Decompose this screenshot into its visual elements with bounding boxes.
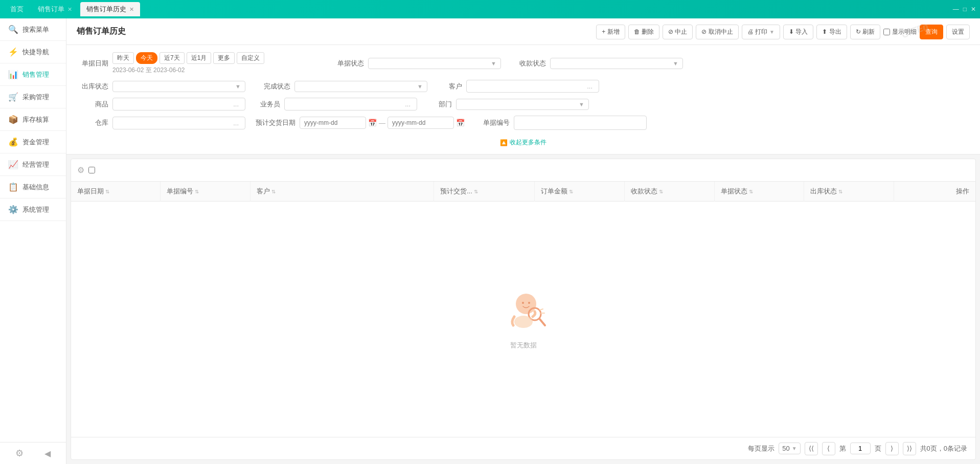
refresh-btn-label: ↻ 刷新 bbox=[856, 28, 875, 36]
order-number-value[interactable] bbox=[518, 118, 642, 127]
sidebar-item-capital-mgmt[interactable]: 💰 资金管理 bbox=[0, 131, 66, 153]
tab-sales-order-history[interactable]: 销售订单历史 ✕ bbox=[80, 2, 140, 16]
collapse-row[interactable]: 🔼 收起更多条件 bbox=[77, 135, 970, 147]
th-outbound-status[interactable]: 出库状态 ⇅ bbox=[804, 182, 894, 202]
customer-label: 客户 bbox=[436, 82, 466, 91]
calendar-to-icon[interactable]: 📅 bbox=[456, 119, 465, 127]
outbound-status-chevron: ▼ bbox=[235, 83, 241, 90]
sidebar-system-mgmt-label: 系统管理 bbox=[22, 205, 49, 214]
tab-sales-order[interactable]: 销售订单 ✕ bbox=[32, 2, 78, 16]
new-btn[interactable]: + 新增 bbox=[596, 25, 625, 39]
th-receipt-status[interactable]: 收款状态 ⇅ bbox=[624, 182, 714, 202]
outbound-status-label: 出库状态 bbox=[77, 82, 112, 91]
tab-sales-order-close[interactable]: ✕ bbox=[67, 6, 72, 13]
th-number[interactable]: 单据编号 ⇅ bbox=[161, 182, 250, 202]
select-all-checkbox[interactable] bbox=[88, 167, 95, 173]
sidebar-item-purchase-mgmt[interactable]: 🛒 采购管理 bbox=[0, 86, 66, 108]
delivery-date-from[interactable] bbox=[300, 117, 366, 129]
print-btn-label: 🖨 打印 bbox=[747, 28, 767, 36]
date-btn-today[interactable]: 今天 bbox=[136, 52, 157, 64]
order-status-select[interactable]: ▼ bbox=[368, 58, 501, 69]
stop-btn-label: ⊘ 中止 bbox=[668, 28, 687, 36]
sidebar-item-basic-info[interactable]: 📋 基础信息 bbox=[0, 176, 66, 198]
maximize-btn[interactable]: □ bbox=[963, 6, 967, 13]
th-amount[interactable]: 订单金额 ⇅ bbox=[535, 182, 625, 202]
table-area: ⚙ 单据日期 ⇅ 单据编号 bbox=[71, 159, 976, 460]
page-prev-btn[interactable]: ⟨ bbox=[822, 442, 835, 455]
th-delivery[interactable]: 预计交货... ⇅ bbox=[434, 182, 535, 202]
sidebar-item-sales-mgmt[interactable]: 📊 销售管理 bbox=[0, 63, 66, 86]
order-number-label: 单据编号 bbox=[473, 118, 514, 127]
completion-status-select[interactable]: ▼ bbox=[294, 81, 427, 92]
import-btn[interactable]: ⬇ 导入 bbox=[783, 25, 813, 39]
minimize-btn[interactable]: — bbox=[953, 6, 959, 13]
delivery-date-label: 预计交货日期 bbox=[254, 118, 300, 127]
delete-btn[interactable]: 🗑 删除 bbox=[628, 25, 659, 39]
empty-state: 暂无数据 bbox=[71, 202, 975, 437]
print-btn[interactable]: 🖨 打印 ▼ bbox=[742, 25, 780, 39]
svg-line-6 bbox=[540, 309, 543, 310]
th-amount-sort: ⇅ bbox=[569, 189, 573, 194]
cancel-stop-btn-label: ⊘ 取消中止 bbox=[701, 28, 733, 36]
department-chevron: ▼ bbox=[579, 101, 584, 107]
department-label: 部门 bbox=[425, 100, 456, 109]
th-receipt-status-sort: ⇅ bbox=[659, 189, 663, 194]
th-date[interactable]: 单据日期 ⇅ bbox=[71, 182, 161, 202]
settings-btn[interactable]: 设置 bbox=[946, 25, 970, 39]
product-ellipsis[interactable]: ... bbox=[231, 100, 241, 108]
outbound-status-select[interactable]: ▼ bbox=[112, 81, 245, 92]
sidebar-collapse-icon[interactable]: ◀ bbox=[44, 449, 51, 458]
warehouse-ellipsis[interactable]: ... bbox=[231, 119, 241, 127]
per-page-value: 50 bbox=[782, 445, 789, 452]
calendar-from-icon[interactable]: 📅 bbox=[368, 119, 377, 127]
page-unit: 页 bbox=[875, 444, 881, 453]
receipt-status-select[interactable]: ▼ bbox=[550, 58, 683, 69]
tab-sales-order-label: 销售订单 bbox=[38, 5, 64, 14]
display-cols-input[interactable] bbox=[883, 29, 890, 35]
salesperson-ellipsis[interactable]: ... bbox=[403, 100, 413, 108]
cancel-stop-btn[interactable]: ⊘ 取消中止 bbox=[696, 25, 738, 39]
page-last-btn[interactable]: ⟩⟩ bbox=[903, 442, 916, 455]
svg-point-5 bbox=[514, 316, 533, 328]
display-cols-label: 显示明细 bbox=[892, 28, 917, 36]
per-page-label: 每页显示 bbox=[748, 444, 774, 453]
display-cols-checkbox[interactable]: 显示明细 bbox=[883, 28, 917, 36]
customer-ellipsis[interactable]: ... bbox=[585, 82, 595, 90]
sidebar-sales-mgmt-label: 销售管理 bbox=[22, 70, 49, 79]
refresh-btn[interactable]: ↻ 刷新 bbox=[850, 25, 880, 39]
delivery-date-to[interactable] bbox=[388, 117, 454, 129]
th-receipt-status-label: 收款状态 bbox=[631, 187, 657, 196]
date-btn-7days[interactable]: 近7天 bbox=[159, 52, 185, 64]
th-customer-label: 客户 bbox=[257, 187, 270, 196]
sidebar-item-inventory[interactable]: 📦 库存核算 bbox=[0, 108, 66, 131]
per-page-select[interactable]: 50 ▼ bbox=[779, 443, 800, 454]
tab-sales-order-history-close[interactable]: ✕ bbox=[129, 6, 134, 13]
th-order-status[interactable]: 单据状态 ⇅ bbox=[714, 182, 804, 202]
sidebar-settings-icon[interactable]: ⚙ bbox=[15, 448, 24, 459]
sidebar-quick-nav-label: 快捷导航 bbox=[22, 48, 49, 57]
page-next-btn[interactable]: ⟩ bbox=[885, 442, 899, 455]
date-btn-more[interactable]: 更多 bbox=[213, 52, 235, 64]
page-first-btn[interactable]: ⟨⟨ bbox=[805, 442, 818, 455]
sidebar-item-system-mgmt[interactable]: ⚙️ 系统管理 bbox=[0, 198, 66, 221]
department-select[interactable]: ▼ bbox=[456, 99, 589, 110]
page-input[interactable] bbox=[850, 443, 871, 454]
stop-btn[interactable]: ⊘ 中止 bbox=[663, 25, 693, 39]
th-customer[interactable]: 客户 ⇅ bbox=[250, 182, 434, 202]
export-btn[interactable]: ⬆ 导出 bbox=[816, 25, 847, 39]
receipt-status-label: 收款状态 bbox=[509, 59, 550, 68]
date-filter-btns: 昨天 今天 近7天 近1月 更多 自定义 bbox=[112, 52, 327, 64]
sidebar-item-quick-nav[interactable]: ⚡ 快捷导航 bbox=[0, 41, 66, 63]
collapse-text: 收起更多条件 bbox=[510, 138, 546, 147]
table-settings-icon[interactable]: ⚙ bbox=[77, 165, 84, 175]
tab-home[interactable]: 首页 bbox=[4, 2, 30, 16]
sidebar-item-operation-mgmt[interactable]: 📈 经营管理 bbox=[0, 153, 66, 176]
date-btn-yesterday[interactable]: 昨天 bbox=[112, 52, 134, 64]
query-btn[interactable]: 查询 bbox=[920, 25, 943, 39]
window-close-btn[interactable]: ✕ bbox=[971, 6, 976, 13]
date-btn-1month[interactable]: 近1月 bbox=[187, 52, 212, 64]
svg-point-0 bbox=[516, 294, 536, 314]
date-btn-custom[interactable]: 自定义 bbox=[237, 52, 264, 64]
order-status-label: 单据状态 bbox=[327, 59, 368, 68]
sidebar-item-search-menu[interactable]: 🔍 搜索菜单 bbox=[0, 18, 66, 41]
